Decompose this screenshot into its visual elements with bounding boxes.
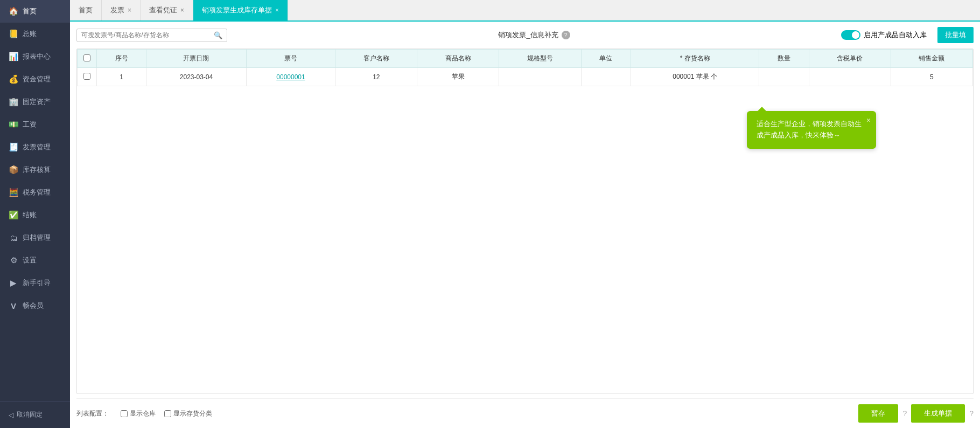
tab-home[interactable]: 首页: [70, 0, 102, 20]
settlement-icon: ✅: [9, 210, 18, 220]
sidebar-item-settlement[interactable]: ✅ 结账: [0, 204, 70, 226]
sidebar-item-inventory[interactable]: 📦 库存核算: [0, 158, 70, 181]
col-header-quantity: 数量: [759, 50, 809, 68]
sidebar-item-wages[interactable]: 💵 工资: [0, 113, 70, 136]
col-header-checkbox: [78, 50, 97, 68]
tab-view-voucher[interactable]: 查看凭证 ×: [141, 0, 193, 20]
list-config-label: 列表配置：: [76, 409, 109, 418]
row-open-date: 2023-03-04: [146, 68, 246, 86]
col-header-sales-amount: 销售金额: [891, 50, 972, 68]
table-wrap: 序号 开票日期 票号 客户名称 商品名称 规格型号 单位 * 存货名称 数量 含…: [76, 49, 974, 394]
show-warehouse-label[interactable]: 显示仓库: [121, 409, 156, 418]
toggle-area: 启用产成品自动入库: [841, 30, 927, 40]
sidebar-item-tax[interactable]: 🧮 税务管理: [0, 181, 70, 204]
sidebar-label-settings: 设置: [23, 256, 37, 265]
reports-icon: 📊: [9, 52, 18, 61]
unpin-button[interactable]: ◁ 取消固定: [0, 406, 70, 424]
tab-invoice[interactable]: 发票 ×: [102, 0, 141, 20]
batch-fill-button[interactable]: 批量填: [937, 27, 974, 43]
sidebar-label-wages: 工资: [23, 120, 37, 129]
save-help-icon[interactable]: ?: [902, 409, 907, 418]
search-input[interactable]: [81, 31, 211, 39]
generate-button[interactable]: 生成单据: [911, 404, 965, 423]
row-product-name: 苹果: [417, 68, 499, 86]
sidebar: 🏠 首页 📒 总账 📊 报表中心 💰 资金管理 🏢 固定资产 💵 工资 🧾 发票…: [0, 0, 70, 428]
sidebar-item-guide[interactable]: ▶ 新手引导: [0, 272, 70, 294]
row-checkbox[interactable]: [83, 73, 90, 80]
col-header-open-date: 开票日期: [146, 50, 246, 68]
col-header-seq: 序号: [97, 50, 146, 68]
bottom-bar: 列表配置： 显示仓库 显示存货分类 暂存 ? 生成单据 ?: [76, 398, 974, 423]
search-input-wrap[interactable]: 🔍: [76, 29, 227, 42]
sidebar-item-vip[interactable]: V 畅会员: [0, 294, 70, 317]
tab-sales-inventory-close[interactable]: ×: [275, 6, 279, 14]
sidebar-item-invoices[interactable]: 🧾 发票管理: [0, 136, 70, 158]
sidebar-item-reports[interactable]: 📊 报表中心: [0, 45, 70, 68]
sidebar-label-inventory: 库存核算: [23, 165, 51, 175]
tooltip-close-button[interactable]: ×: [866, 114, 871, 126]
page-body: 🔍 销项发票_信息补充 ? 启用产成品自动入库 批量填 序: [70, 22, 980, 428]
sidebar-item-funds[interactable]: 💰 资金管理: [0, 68, 70, 91]
tab-bar: 首页 发票 × 查看凭证 × 销项发票生成库存单据 ×: [70, 0, 980, 22]
show-category-text: 显示存货分类: [173, 409, 212, 418]
col-header-product-name: 商品名称: [417, 50, 499, 68]
show-category-checkbox[interactable]: [164, 410, 171, 417]
action-btn-group: 暂存 ? 生成单据 ?: [858, 404, 974, 423]
tooltip-text: 适合生产型企业，销项发票自动生成产成品入库，快来体验～: [757, 120, 862, 139]
sidebar-label-vip: 畅会员: [23, 301, 44, 310]
settings-icon: ⚙: [9, 256, 18, 265]
tab-invoice-close[interactable]: ×: [128, 6, 131, 14]
sidebar-item-assets[interactable]: 🏢 固定资产: [0, 91, 70, 113]
col-header-price-tax: 含税单价: [809, 50, 891, 68]
sidebar-item-ledger[interactable]: 📒 总账: [0, 23, 70, 45]
main-content: 首页 发票 × 查看凭证 × 销项发票生成库存单据 × 🔍 销项发票_信息补充 …: [70, 0, 980, 428]
row-seq: 1: [97, 68, 146, 86]
info-help-icon[interactable]: ?: [562, 31, 570, 39]
ledger-icon: 📒: [9, 29, 18, 39]
row-sales-amount: 5: [891, 68, 972, 86]
row-spec: [499, 68, 581, 86]
ticket-no-link[interactable]: 00000001: [276, 73, 305, 81]
row-quantity: [759, 68, 809, 86]
search-icon[interactable]: 🔍: [214, 31, 222, 39]
select-all-checkbox[interactable]: [83, 54, 90, 61]
info-label: 销项发票_信息补充: [498, 30, 558, 40]
show-warehouse-checkbox[interactable]: [121, 410, 128, 417]
col-header-ticket-no: 票号: [246, 50, 335, 68]
sidebar-label-home: 首页: [23, 6, 37, 16]
auto-warehouse-toggle[interactable]: [841, 30, 860, 40]
search-bar: 🔍 销项发票_信息补充 ? 启用产成品自动入库 批量填: [76, 27, 974, 43]
info-area: 销项发票_信息补充 ?: [233, 30, 836, 40]
sidebar-item-home[interactable]: 🏠 首页: [0, 0, 70, 23]
tab-sales-inventory[interactable]: 销项发票生成库存单据 ×: [193, 0, 288, 20]
archive-icon: 🗂: [9, 233, 18, 243]
tab-view-voucher-label: 查看凭证: [149, 5, 177, 15]
save-button[interactable]: 暂存: [858, 404, 898, 423]
assets-icon: 🏢: [9, 97, 18, 107]
table-row: 1 2023-03-04 00000001 12 苹果 000001 苹果 个 …: [78, 68, 973, 86]
show-category-label[interactable]: 显示存货分类: [164, 409, 212, 418]
generate-help-icon[interactable]: ?: [969, 409, 974, 418]
invoices-icon: 🧾: [9, 142, 18, 152]
wages-icon: 💵: [9, 120, 18, 129]
tab-sales-inventory-label: 销项发票生成库存单据: [202, 5, 272, 15]
row-inventory-name: 000001 苹果 个: [631, 68, 759, 86]
tab-invoice-label: 发票: [110, 5, 124, 15]
row-ticket-no: 00000001: [246, 68, 335, 86]
col-header-spec: 规格型号: [499, 50, 581, 68]
sidebar-item-settings[interactable]: ⚙ 设置: [0, 249, 70, 272]
col-header-unit: 单位: [581, 50, 631, 68]
data-table: 序号 开票日期 票号 客户名称 商品名称 规格型号 单位 * 存货名称 数量 含…: [77, 49, 973, 86]
sidebar-label-archive: 归档管理: [23, 233, 51, 243]
vip-icon: V: [9, 301, 18, 310]
sidebar-label-assets: 固定资产: [23, 97, 51, 107]
inventory-icon: 📦: [9, 165, 18, 175]
sidebar-label-ledger: 总账: [23, 29, 37, 39]
row-checkbox-cell: [78, 68, 97, 86]
sidebar-label-invoices: 发票管理: [23, 142, 51, 152]
funds-icon: 💰: [9, 74, 18, 84]
tab-view-voucher-close[interactable]: ×: [180, 6, 184, 14]
sidebar-label-tax: 税务管理: [23, 188, 51, 197]
sidebar-item-archive[interactable]: 🗂 归档管理: [0, 226, 70, 249]
toggle-label: 启用产成品自动入库: [864, 30, 927, 40]
